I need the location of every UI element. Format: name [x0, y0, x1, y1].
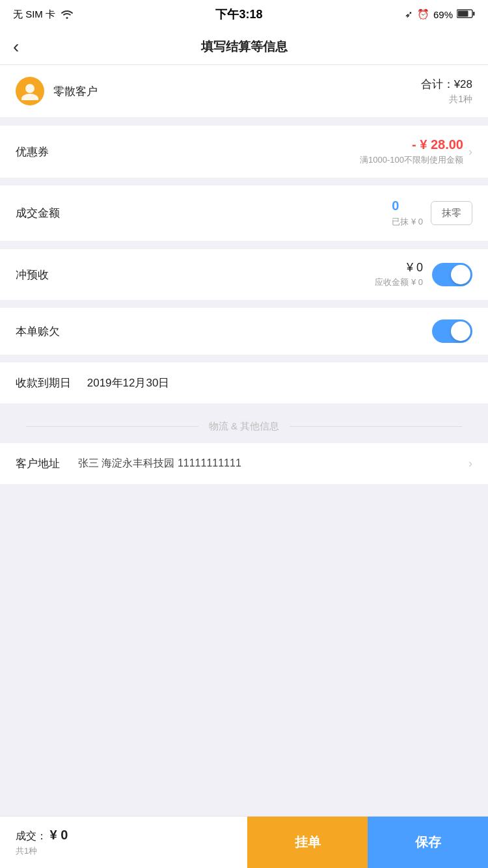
bottom-bar: 成交： ¥ 0 共1种 挂单 保存 [0, 816, 488, 868]
status-bar: 无 SIM 卡 下午3:18 ➶ ⏰ 69% [0, 0, 488, 29]
bottom-deal-row: 成交： ¥ 0 [16, 828, 232, 843]
prepay-toggle[interactable] [432, 263, 472, 286]
empty-space [0, 492, 488, 609]
battery-text: 69% [433, 9, 453, 20]
prepay-row: 冲预收 ¥ 0 应收金额 ¥ 0 [0, 249, 488, 300]
deal-amount-sub: 已抹 ¥ 0 [392, 216, 423, 228]
customer-count: 共1种 [421, 94, 472, 105]
line-bar-left [26, 426, 198, 427]
svg-point-3 [25, 84, 34, 93]
nav-title: 填写结算等信息 [201, 38, 288, 55]
page-content: 零散客户 合计：¥28 共1种 优惠券 - ¥ 28.00 满1000-100不… [0, 65, 488, 609]
svg-rect-2 [473, 12, 475, 16]
customer-total: 合计：¥28 [421, 77, 472, 92]
bottom-info: 成交： ¥ 0 共1种 [0, 828, 247, 857]
bottom-deal-value: ¥ 0 [49, 828, 68, 842]
due-date-row: 收款到期日 2019年12月30日 [0, 362, 488, 403]
logistics-label: 物流 & 其他信息 [209, 420, 279, 433]
coupon-right: - ¥ 28.00 满1000-100不限制使用金额 › [360, 137, 472, 166]
save-button[interactable]: 保存 [368, 817, 488, 869]
prepay-label: 冲预收 [16, 267, 49, 282]
customer-name: 零散客户 [53, 84, 98, 99]
debt-label: 本单赊欠 [16, 324, 60, 339]
svg-rect-1 [457, 10, 468, 16]
prepay-values: ¥ 0 应收金额 ¥ 0 [375, 261, 423, 288]
due-date-value: 2019年12月30日 [87, 377, 170, 389]
address-label: 客户地址 [16, 456, 68, 471]
svg-point-4 [21, 94, 38, 100]
coupon-label: 优惠券 [16, 144, 49, 159]
battery-icon [457, 9, 475, 20]
bottom-count: 共1种 [16, 845, 232, 857]
address-chevron-icon: › [468, 457, 472, 470]
wifi-icon [61, 8, 74, 21]
debt-toggle[interactable] [432, 319, 472, 343]
customer-right: 合计：¥28 共1种 [421, 77, 472, 105]
address-value: 张三 海淀永丰科技园 11111111111 [78, 457, 468, 470]
status-left: 无 SIM 卡 [13, 8, 74, 21]
status-time: 下午3:18 [215, 7, 262, 22]
prepay-amount: ¥ 0 [375, 261, 423, 275]
debt-section: 本单赊欠 [0, 308, 488, 355]
coupon-row[interactable]: 优惠券 - ¥ 28.00 满1000-100不限制使用金额 › [0, 125, 488, 178]
debt-toggle-knob [451, 321, 470, 341]
coupon-amount: - ¥ 28.00 [360, 137, 463, 152]
round-zero-button[interactable]: 抹零 [431, 201, 472, 225]
line-bar-right [290, 426, 462, 427]
prepay-right: ¥ 0 应收金额 ¥ 0 [375, 261, 472, 288]
deal-section: 成交金额 0 已抹 ¥ 0 抹零 [0, 185, 488, 241]
customer-row: 零散客户 合计：¥28 共1种 [0, 65, 488, 117]
deal-amount-value: 0 [392, 198, 423, 213]
status-right: ➶ ⏰ 69% [405, 8, 475, 20]
logistics-header: 物流 & 其他信息 [0, 411, 488, 442]
no-sim-text: 无 SIM 卡 [13, 8, 55, 21]
logistics-line: 物流 & 其他信息 [0, 420, 488, 433]
toggle-knob [451, 265, 470, 284]
deal-amount-right: 0 已抹 ¥ 0 抹零 [392, 198, 472, 228]
deal-amount-row: 成交金额 0 已抹 ¥ 0 抹零 [16, 185, 472, 241]
customer-avatar [16, 77, 44, 105]
prepay-sub: 应收金额 ¥ 0 [375, 277, 423, 288]
alarm-icon: ⏰ [417, 8, 429, 20]
due-date-label: 收款到期日 [16, 377, 71, 389]
address-row[interactable]: 客户地址 张三 海淀永丰科技园 11111111111 › [0, 443, 488, 484]
nav-bar: ‹ 填写结算等信息 [0, 29, 488, 65]
back-button[interactable]: ‹ [13, 38, 19, 56]
coupon-desc: 满1000-100不限制使用金额 [360, 154, 463, 166]
deal-amount-label: 成交金额 [16, 206, 60, 221]
location-icon: ➶ [405, 8, 413, 20]
hang-order-button[interactable]: 挂单 [247, 817, 368, 869]
coupon-chevron-icon: › [468, 145, 472, 159]
customer-left: 零散客户 [16, 77, 98, 105]
bottom-deal-label: 成交： [16, 830, 47, 841]
